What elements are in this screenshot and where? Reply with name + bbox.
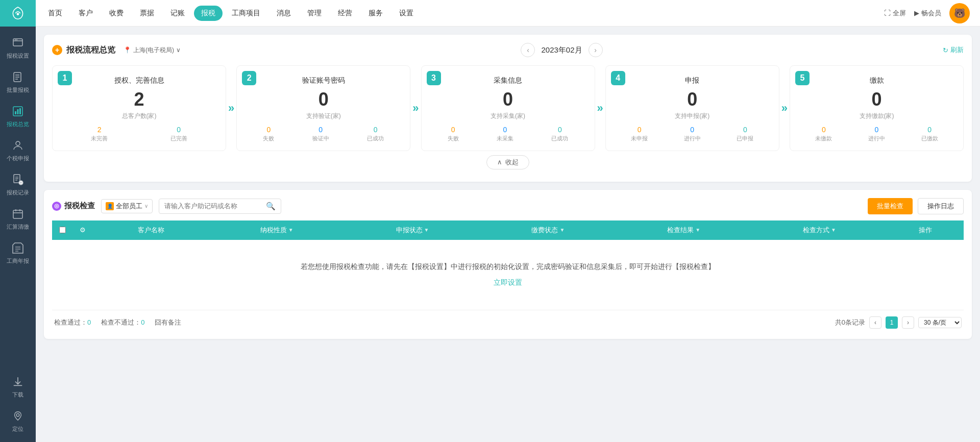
sidebar-item-tax-overview[interactable]: 报税总览 — [0, 99, 36, 133]
step5-stat-2: 0 已缴款 — [921, 126, 938, 142]
location-icon — [11, 409, 25, 423]
step4-stats: 0 未申报 0 进行中 0 已申报 — [614, 126, 771, 142]
main-layout: 报税设置 批量报税 报税总览 — [0, 27, 980, 442]
process-steps: 1 授权、完善信息 2 总客户数(家) 2 未完善 0 已完善 — [52, 65, 964, 151]
settings-gear-icon[interactable]: ⚙ — [80, 226, 86, 234]
location-chevron-icon: ∨ — [176, 46, 181, 54]
sidebar-item-tax-settings[interactable]: 报税设置 — [0, 31, 36, 65]
nav-business[interactable]: 工商项目 — [225, 6, 267, 21]
per-page-selector[interactable]: 30 条/页 50 条/页 100 条/页 — [918, 317, 962, 328]
sidebar-item-location[interactable]: 定位 — [0, 404, 36, 438]
svg-rect-10 — [15, 111, 16, 114]
pass-count-link[interactable]: 0 — [87, 318, 91, 326]
app-logo[interactable] — [0, 0, 36, 27]
arrow-1: » — [226, 65, 236, 151]
sidebar-item-annual-report[interactable]: 工商年报 — [0, 236, 36, 270]
nav-invoice[interactable]: 票据 — [133, 6, 161, 21]
svg-point-4 — [16, 39, 17, 40]
step1-title: 授权、完善信息 — [61, 76, 217, 85]
check-fail-label: 检查不通过：0 — [101, 318, 144, 327]
prev-page-button[interactable]: ‹ — [869, 316, 881, 329]
sidebar-item-individual-tax[interactable]: 个税申报 — [0, 133, 36, 167]
collapse-button[interactable]: ∧ 收起 — [486, 155, 529, 169]
svg-point-29 — [16, 413, 19, 416]
step-collect: 3 采集信息 0 支持采集(家) 0 失败 0 未采集 — [421, 65, 595, 151]
select-all-checkbox[interactable] — [59, 227, 66, 233]
nav-operation[interactable]: 经营 — [331, 6, 359, 21]
col-tax-type: 纳税性质 ▼ — [209, 220, 345, 240]
nav-bookkeeping[interactable]: 记账 — [163, 6, 192, 21]
col-customer-name: 客户名称 — [93, 220, 209, 240]
step5-stat-1: 0 进行中 — [868, 126, 885, 142]
step2-subtitle: 支持验证(家) — [245, 112, 402, 120]
step4-stat-0: 0 未申报 — [631, 126, 648, 142]
member-button[interactable]: ▶ 畅会员 — [914, 9, 941, 18]
nav-customer[interactable]: 客户 — [71, 6, 100, 21]
prev-month-button[interactable]: ‹ — [521, 43, 535, 57]
check-method-filter-icon[interactable]: ▼ — [831, 227, 836, 233]
step4-stat-2: 0 已申报 — [737, 126, 753, 142]
immediate-setup-link[interactable]: 立即设置 — [494, 278, 522, 286]
tax-type-filter-icon[interactable]: ▼ — [288, 227, 293, 233]
table-footer: 检查通过：0 检查不通过：0 囧有备注 共0条记录 ‹ 1 › 30 条/页 5… — [52, 310, 964, 331]
current-date: 2023年02月 — [541, 45, 582, 55]
nav-tax[interactable]: 报税 — [194, 6, 223, 21]
annual-report-icon — [11, 241, 25, 255]
title-plus-icon: + — [52, 45, 62, 55]
step5-stat-0: 0 未缴款 — [815, 126, 832, 142]
refresh-icon: ↻ — [943, 46, 948, 54]
fail-count-link[interactable]: 0 — [141, 318, 144, 326]
staff-chevron-icon: ∨ — [144, 203, 148, 209]
next-month-button[interactable]: › — [589, 43, 603, 57]
nav-fee[interactable]: 收费 — [102, 6, 131, 21]
search-button[interactable]: 🔍 — [261, 199, 281, 213]
tax-settings-icon — [11, 36, 25, 50]
arrow-icon-1: » — [228, 102, 234, 115]
sidebar-item-annual-settlement[interactable]: 汇算清缴 — [0, 202, 36, 236]
has-note-label: 囧有备注 — [155, 318, 181, 327]
step1-stat-0: 2 未完善 — [91, 126, 108, 142]
mascot-avatar[interactable]: 🐻 — [949, 3, 970, 23]
refresh-button[interactable]: ↻ 刷新 — [943, 45, 964, 55]
fullscreen-button[interactable]: ⛶ 全屏 — [884, 9, 906, 18]
step5-count: 0 — [798, 89, 955, 110]
step1-count: 2 — [61, 89, 217, 110]
step3-subtitle: 支持采集(家) — [430, 112, 586, 120]
step-pay: 5 缴款 0 支持缴款(家) 0 未缴款 0 进行中 — [790, 65, 964, 151]
check-result-filter-icon[interactable]: ▼ — [695, 227, 700, 233]
sidebar-item-batch-tax[interactable]: 批量报税 — [0, 65, 36, 99]
location-selector[interactable]: 📍 上海(电子税局) ∨ — [124, 46, 181, 55]
total-records: 共0条记录 — [835, 318, 865, 327]
step1-subtitle: 总客户数(家) — [61, 112, 217, 120]
date-navigation: ‹ 2023年02月 › — [521, 43, 602, 57]
step2-stat-1: 0 验证中 — [312, 126, 329, 142]
col-declare-status: 申报状态 ▼ — [345, 220, 480, 240]
fee-status-filter-icon[interactable]: ▼ — [559, 227, 565, 233]
step2-title: 验证账号密码 — [245, 76, 402, 85]
svg-rect-21 — [13, 210, 22, 218]
svg-rect-11 — [17, 109, 19, 114]
step1-stats: 2 未完善 0 已完善 — [61, 126, 217, 142]
declare-status-filter-icon[interactable]: ▼ — [424, 227, 429, 233]
tax-overview-icon — [11, 104, 25, 118]
batch-check-button[interactable]: 批量检查 — [868, 198, 913, 214]
sidebar-item-tax-record[interactable]: 报税记录 — [0, 167, 36, 202]
nav-settings[interactable]: 设置 — [392, 6, 421, 21]
nav-home[interactable]: 首页 — [41, 6, 69, 21]
operation-log-button[interactable]: 操作日志 — [918, 198, 964, 214]
process-card-title: + 报税流程总览 — [52, 45, 115, 56]
nav-message[interactable]: 消息 — [270, 6, 298, 21]
staff-selector[interactable]: 👤 全部员工 ∨ — [101, 199, 153, 213]
staff-icon: 👤 — [106, 202, 114, 210]
next-page-button[interactable]: › — [902, 316, 914, 329]
arrow-2: » — [410, 65, 421, 151]
step2-stats: 0 失败 0 验证中 0 已成功 — [245, 126, 402, 142]
col-check-method: 检查方式 ▼ — [752, 220, 888, 240]
nav-service[interactable]: 服务 — [361, 6, 390, 21]
svg-point-13 — [16, 141, 20, 145]
step4-num: 4 — [611, 71, 625, 85]
search-input[interactable] — [159, 200, 261, 212]
step4-count: 0 — [614, 89, 771, 110]
nav-manage[interactable]: 管理 — [300, 6, 329, 21]
sidebar-item-download[interactable]: 下载 — [0, 370, 36, 404]
